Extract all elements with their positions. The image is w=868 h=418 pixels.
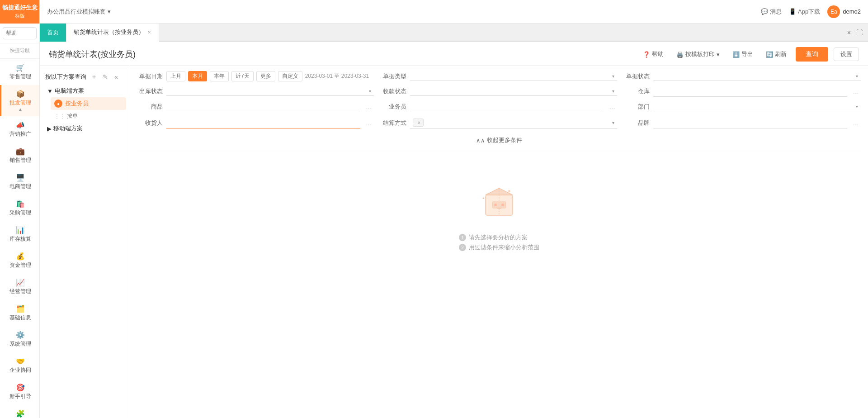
message-label: 消息 — [770, 8, 782, 16]
user-menu[interactable]: Ea demo2 — [827, 5, 861, 18]
dept-label: 部门 — [624, 103, 650, 111]
mobile-scheme-label: 移动端方案 — [53, 124, 83, 133]
collect-status-select[interactable]: ▾ — [410, 87, 618, 96]
quick-nav-label: 快捷导航 — [3, 46, 37, 56]
sidebar-search-area: 帮助 — [0, 24, 39, 43]
sidebar-item-wholesale[interactable]: 📦 批发管理 ▲ — [0, 85, 39, 116]
refresh-button[interactable]: 🔄 刷新 — [762, 48, 790, 60]
date-custom[interactable]: 自定义 — [278, 71, 302, 81]
receiver-input[interactable] — [166, 118, 360, 128]
dept-select[interactable]: ▾ — [653, 102, 861, 111]
sidebar-item-enterprise[interactable]: 🤝 企业协同 — [0, 352, 39, 379]
sidebar-item-basic[interactable]: 🗂️ 基础信息 — [0, 300, 39, 326]
doc-status-arrow: ▾ — [856, 74, 858, 79]
sidebar-item-operation[interactable]: 📈 经营管理 — [0, 274, 39, 300]
sidebar-item-system[interactable]: ⚙️ 系统管理 — [0, 326, 39, 352]
sidebar-item-purchase[interactable]: 🛍️ 采购管理 — [0, 195, 39, 221]
topbar-actions: 💬 消息 📱 App下载 Ea demo2 — [761, 5, 861, 18]
sidebar-item-retail[interactable]: 🛒 零售管理 — [0, 59, 39, 85]
desktop-scheme-toggle[interactable]: ▼ 电脑端方案 — [43, 85, 126, 97]
sidebar-item-ecommerce[interactable]: 🖥️ 电商管理 — [0, 169, 39, 195]
page-title: 销货单统计表(按业务员) — [49, 49, 136, 60]
ecommerce-icon: 🖥️ — [16, 173, 25, 182]
filter-row-2: 出库状态 ▾ 收款状态 ▾ — [137, 86, 861, 97]
sidebar-navigation: 🛒 零售管理 📦 批发管理 ▲ 📣 营销推广 💼 销售管理 🖥️ 电商管理 🛍️… — [0, 59, 39, 418]
tab-report-close[interactable]: × — [147, 29, 151, 35]
filter-doc-status: 单据状态 ▾ — [624, 72, 861, 81]
warehouse-input[interactable] — [653, 86, 847, 97]
tab-close-all-button[interactable]: × — [845, 27, 853, 38]
left-panel-icons: ＋ ✎ « — [91, 72, 124, 82]
date-7days[interactable]: 近7天 — [231, 71, 254, 81]
add-scheme-button[interactable]: ＋ — [91, 72, 101, 82]
sidebar-item-finance[interactable]: 💰 资金管理 — [0, 247, 39, 274]
date-this-month[interactable]: 本月 — [188, 71, 207, 81]
print-icon: 🖨️ — [676, 51, 684, 58]
goods-dots[interactable]: … — [364, 103, 374, 110]
query-button[interactable]: 查询 — [796, 47, 828, 62]
mobile-scheme-toggle[interactable]: ▶ 移动端方案 — [43, 122, 126, 135]
filter-doc-type: 单据类型 ▾ — [381, 72, 618, 81]
content-body: 按以下方案查询 ＋ ✎ « ▼ — [40, 66, 868, 418]
edit-scheme-button[interactable]: ✎ — [103, 72, 113, 82]
search-menu-button[interactable]: 帮助 — [3, 27, 37, 39]
date-this-year[interactable]: 本年 — [210, 71, 229, 81]
help-label: 帮助 — [652, 50, 664, 58]
out-status-select[interactable]: ▾ — [166, 87, 374, 96]
marketing-icon: 📣 — [16, 121, 25, 129]
goods-input[interactable] — [166, 101, 360, 112]
scheme-by-order[interactable]: ⋮⋮ 按单 — [51, 110, 126, 122]
print-template-button[interactable]: 🖨️ 按模板打印 ▾ — [673, 48, 723, 60]
collapse-row: ∧∧ 收起更多条件 — [137, 133, 861, 148]
message-button[interactable]: 💬 消息 — [761, 8, 782, 16]
doc-status-select[interactable]: ▾ — [653, 72, 861, 81]
settle-method-clear[interactable]: × — [418, 120, 420, 125]
app-logo[interactable]: 畅捷通好生意 标版 — [0, 0, 39, 24]
warehouse-dots[interactable]: … — [851, 88, 861, 95]
retail-icon: 🛒 — [16, 63, 25, 72]
sidebar-item-appcenter[interactable]: 🧩 应用中心 — [0, 405, 39, 418]
tab-report[interactable]: 销货单统计表（按业务员） × — [66, 24, 159, 42]
collect-status-arrow: ▾ — [612, 89, 614, 94]
scheme-by-salesperson[interactable]: ● 按业务员 — [51, 97, 126, 110]
export-button[interactable]: ⬇️ 导出 — [729, 48, 757, 60]
scheme-by-order-label: 按单 — [67, 112, 78, 120]
out-status-arrow: ▾ — [369, 89, 371, 94]
sidebar-item-newuser-label: 新手引导 — [9, 393, 31, 400]
empty-step-2: 2 用过滤条件来缩小分析范围 — [459, 243, 539, 252]
salesperson-dots[interactable]: … — [607, 103, 617, 110]
collapse-panel-button[interactable]: « — [114, 72, 124, 82]
user-name: demo2 — [843, 8, 861, 15]
content-area: 销货单统计表(按业务员) ❓ 帮助 🖨️ 按模板打印 ▾ ⬇️ 导出 🔄 刷 — [40, 42, 868, 418]
date-prev-month[interactable]: 上月 — [166, 71, 185, 81]
desktop-scheme-label: 电脑端方案 — [55, 87, 84, 95]
sidebar-item-marketing[interactable]: 📣 营销推广 — [0, 116, 39, 142]
settle-method-label: 结算方式 — [381, 119, 406, 127]
tab-expand-button[interactable]: ⛶ — [854, 27, 864, 38]
sidebar-item-newuser[interactable]: 🎯 新手引导 — [0, 379, 39, 405]
empty-step-1: 1 请先选择要分析的方案 — [459, 233, 539, 242]
salesperson-input[interactable] — [410, 101, 604, 112]
brand-input[interactable] — [653, 118, 847, 128]
filter-salesperson: 业务员 … — [381, 101, 618, 112]
settings-button[interactable]: 设置 — [834, 48, 859, 61]
help-button[interactable]: ❓ 帮助 — [639, 48, 667, 60]
export-label: 导出 — [741, 50, 753, 58]
sidebar-item-stock[interactable]: 📊 库存核算 — [0, 221, 39, 247]
settle-method-select[interactable]: × ▾ — [410, 117, 618, 129]
newuser-icon: 🎯 — [16, 383, 25, 392]
refresh-label: 刷新 — [775, 50, 787, 58]
brand-dots[interactable]: … — [851, 119, 861, 127]
tab-home[interactable]: 首页 — [40, 24, 66, 42]
topbar: 办公用品行业模拟账套 ▾ 💬 消息 📱 App下载 Ea demo2 — [40, 0, 868, 24]
edit-icon: ✎ — [103, 73, 113, 81]
empty-illustration: ✦ ✦ — [476, 179, 522, 224]
collapse-button[interactable]: ∧∧ 收起更多条件 — [476, 136, 522, 144]
sidebar-item-sales[interactable]: 💼 销售管理 — [0, 142, 39, 169]
breadcrumb: 办公用品行业模拟账套 ▾ — [47, 8, 755, 16]
date-more[interactable]: 更多 — [256, 71, 275, 81]
receiver-dots[interactable]: … — [364, 119, 374, 127]
doc-type-select[interactable]: ▾ — [410, 72, 618, 81]
app-download-button[interactable]: 📱 App下载 — [789, 8, 820, 16]
filter-row-4: 收货人 … 结算方式 × ▾ — [137, 117, 861, 129]
